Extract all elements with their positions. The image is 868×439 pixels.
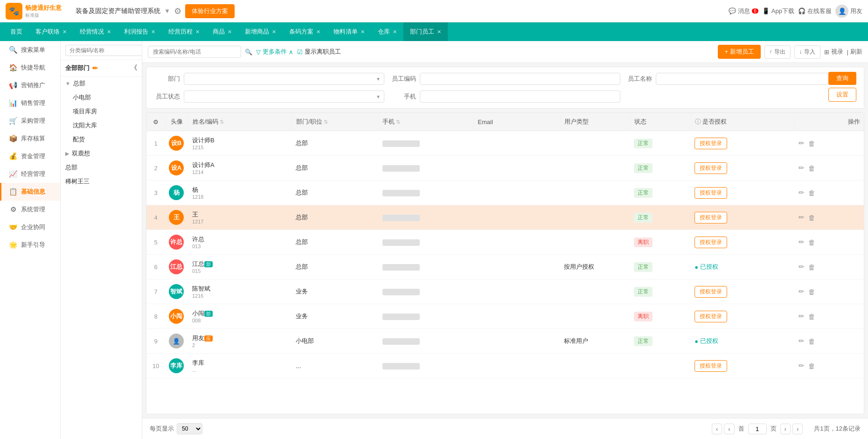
query-button[interactable]: 查询 [828, 72, 856, 85]
tree-node-xishu[interactable]: 稀树王三 [61, 174, 142, 188]
prev-page-button[interactable]: ‹ [724, 424, 734, 434]
per-page-select[interactable]: 50 20 100 [177, 423, 202, 434]
page-input[interactable] [748, 424, 767, 434]
first-page-button[interactable]: ‹ [712, 424, 722, 434]
sidebar-item-navigation[interactable]: 🏠 快捷导航 [0, 59, 60, 77]
sidebar-item-inventory[interactable]: 📦 库存核算 [0, 130, 60, 147]
edit-icon[interactable]: ✏ [799, 263, 805, 271]
tree-all-dept[interactable]: 全部部门 ✏ 《 [61, 60, 142, 77]
tree-collapse-btn[interactable]: 《 [131, 64, 137, 72]
auth-button[interactable]: 授权登录 [694, 311, 727, 322]
tab-goods[interactable]: 商品✕ [206, 22, 238, 41]
tab-new-goods-close[interactable]: ✕ [272, 29, 276, 35]
sidebar-item-finance[interactable]: 💰 资金管理 [0, 147, 60, 165]
tab-operation[interactable]: 经营情况✕ [73, 22, 118, 41]
edit-icon[interactable]: ✏ [799, 139, 805, 147]
tab-goods-close[interactable]: ✕ [228, 29, 232, 35]
tab-history-close[interactable]: ✕ [195, 29, 200, 35]
more-conditions-button[interactable]: ▽ 更多条件 ∧ [256, 48, 293, 56]
tree-node-peihuo[interactable]: 配货 [68, 132, 142, 146]
search-filter-button[interactable]: 🔍 [245, 49, 252, 56]
th-name[interactable]: 姓名/编码 ⇅ [188, 113, 292, 131]
set-button[interactable]: 设置 [828, 88, 856, 102]
tab-history[interactable]: 经营历程✕ [162, 22, 206, 41]
tab-customer[interactable]: 客户联络✕ [29, 22, 73, 41]
phone-input[interactable] [420, 91, 620, 103]
delete-icon[interactable]: 🗑 [808, 139, 815, 147]
tree-node-total[interactable]: ▼ 总部 [61, 77, 142, 91]
tab-barcode[interactable]: 条码方案✕ [283, 22, 327, 41]
import-button[interactable]: ↓ 导入 [794, 45, 820, 59]
app-download-button[interactable]: 📱 App下载 [762, 7, 794, 15]
gear-button[interactable]: ⚙ [174, 6, 181, 16]
trial-button[interactable]: 体验行业方案 [185, 4, 235, 18]
delete-icon[interactable]: 🗑 [808, 362, 815, 370]
user-menu-button[interactable]: 👤 用友 [835, 5, 862, 18]
sidebar-item-system[interactable]: ⚙ 系统管理 [0, 201, 60, 218]
delete-icon[interactable]: 🗑 [808, 263, 815, 271]
auth-button[interactable]: 授权登录 [694, 138, 727, 149]
search-input[interactable] [148, 46, 241, 58]
edit-icon[interactable]: ✏ [799, 164, 805, 172]
th-dept[interactable]: 部门/职位 ⇅ [292, 113, 378, 131]
edit-icon[interactable]: ✏ [799, 188, 805, 197]
last-page-button[interactable]: › [792, 424, 803, 434]
auth-button[interactable]: 授权登录 [694, 360, 727, 372]
tab-profit[interactable]: 利润报告✕ [118, 22, 162, 41]
title-dropdown-icon[interactable]: ▼ [164, 7, 170, 14]
online-service-button[interactable]: 🎧 在线客服 [798, 7, 832, 15]
tree-node-xiangku[interactable]: 项目库房 [68, 105, 142, 118]
edit-icon[interactable]: ✏ [799, 312, 805, 321]
auth-button[interactable]: 授权登录 [694, 286, 727, 298]
tree-node-shuanglu[interactable]: ▶ 双鹿想 [61, 146, 142, 160]
auth-button[interactable]: 授权登录 [694, 162, 727, 174]
employee-code-input[interactable] [420, 73, 620, 85]
tab-profit-close[interactable]: ✕ [151, 29, 155, 35]
tab-department[interactable]: 部门员工✕ [403, 22, 448, 41]
sidebar-item-purchase[interactable]: 🛒 采购管理 [0, 112, 60, 130]
edit-icon[interactable]: ✏ [799, 362, 805, 370]
view-button[interactable]: ⊞ 视录 [824, 48, 843, 56]
print-button[interactable]: | 刷新 [847, 48, 862, 56]
sidebar-item-collab[interactable]: 🤝 企业协同 [0, 218, 60, 236]
tree-node-xiaodibu[interactable]: 小电部 [68, 91, 142, 105]
tree-search-input[interactable] [65, 45, 142, 56]
sidebar-item-guide[interactable]: 🌟 新手引导 [0, 236, 60, 254]
auth-button[interactable]: 授权登录 [694, 212, 727, 223]
delete-icon[interactable]: 🗑 [808, 238, 815, 246]
tab-department-close[interactable]: ✕ [437, 29, 441, 35]
status-select[interactable] [184, 91, 384, 103]
next-page-button[interactable]: › [780, 424, 791, 434]
employee-name-input[interactable] [656, 73, 856, 85]
sidebar-item-management[interactable]: 📈 经营管理 [0, 165, 60, 183]
auth-button[interactable]: 授权登录 [694, 187, 727, 199]
sidebar-item-search[interactable]: 🔍 搜索菜单 [0, 41, 60, 59]
tab-home[interactable]: 首页 [4, 22, 29, 41]
message-button[interactable]: 💬 消息 6 [729, 7, 758, 15]
sort-phone-icon[interactable]: ⇅ [396, 119, 400, 125]
tab-warehouse[interactable]: 仓库✕ [371, 22, 403, 41]
edit-icon[interactable]: ✏ [799, 213, 805, 222]
tab-new-goods[interactable]: 新增商品✕ [238, 22, 283, 41]
tree-node-shenyang[interactable]: 沈阳大库 [68, 118, 142, 132]
delete-icon[interactable]: 🗑 [808, 288, 815, 296]
add-employee-button[interactable]: + 新增员工 [718, 45, 760, 59]
tab-warehouse-close[interactable]: ✕ [393, 29, 397, 35]
dept-select[interactable] [184, 73, 384, 85]
sort-dept-icon[interactable]: ⇅ [324, 119, 328, 125]
export-button[interactable]: ↑ 导出 [764, 45, 791, 59]
tab-barcode-close[interactable]: ✕ [316, 29, 320, 35]
delete-icon[interactable]: 🗑 [808, 214, 815, 222]
th-phone[interactable]: 手机 ⇅ [379, 113, 474, 131]
sidebar-item-basics[interactable]: 📋 基础信息 [0, 183, 60, 201]
edit-icon[interactable]: ✏ [799, 337, 805, 345]
sort-name-icon[interactable]: ⇅ [220, 119, 224, 125]
delete-icon[interactable]: 🗑 [808, 337, 815, 345]
delete-icon[interactable]: 🗑 [808, 164, 815, 172]
th-settings[interactable]: ⚙ [146, 113, 165, 131]
sidebar-item-marketing[interactable]: 📢 营销推广 [0, 77, 60, 94]
edit-icon[interactable]: ✏ [799, 287, 805, 296]
tab-operation-close[interactable]: ✕ [107, 29, 111, 35]
edit-icon[interactable]: ✏ [799, 238, 805, 246]
delete-icon[interactable]: 🗑 [808, 189, 815, 197]
